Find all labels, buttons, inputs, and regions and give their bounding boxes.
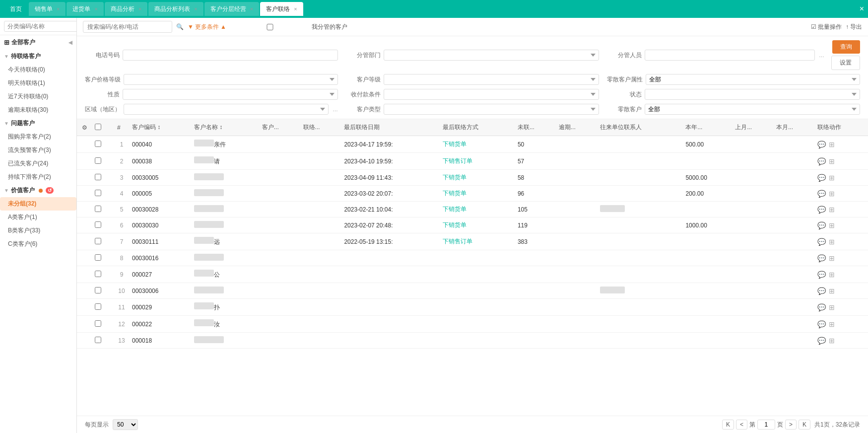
message-action-icon[interactable]: 💬	[817, 174, 826, 182]
tab-product-analysis-list[interactable]: 商品分析列表 ×	[148, 2, 203, 16]
sidebar-item-class-a[interactable]: A类客户(1)	[0, 211, 76, 224]
row-checkbox[interactable]	[92, 186, 114, 202]
select-all-checkbox[interactable]	[95, 124, 101, 130]
last-page-btn[interactable]: K	[799, 420, 810, 430]
sidebar-item-overdue[interactable]: 逾期未联络(30)	[0, 103, 76, 117]
close-icon[interactable]: ×	[194, 6, 197, 12]
filter-select-nature[interactable]	[123, 89, 338, 100]
message-action-icon[interactable]: 💬	[817, 157, 826, 165]
sidebar-item-class-b[interactable]: B类客户(33)	[0, 224, 76, 237]
filter-select-customer-type[interactable]	[384, 104, 599, 115]
row-checkbox-input[interactable]	[95, 141, 101, 147]
row-checkbox[interactable]	[92, 170, 114, 186]
more-action-icon[interactable]: ⊞	[829, 141, 835, 148]
first-page-btn[interactable]: K	[722, 420, 734, 430]
row-last-contact-method[interactable]	[440, 266, 515, 283]
row-last-contact-method[interactable]	[440, 333, 515, 349]
sidebar-item-churned[interactable]: 已流失客户(24)	[0, 157, 76, 170]
type-col-header[interactable]: 客户...	[259, 119, 300, 136]
close-icon[interactable]: ×	[94, 6, 97, 12]
contact-col-header[interactable]: 联络...	[300, 119, 341, 136]
row-last-contact-method[interactable]: 下销货单	[440, 217, 515, 233]
row-last-contact-method[interactable]	[440, 250, 515, 266]
message-action-icon[interactable]: 💬	[817, 287, 826, 295]
message-action-icon[interactable]: 💬	[817, 337, 826, 345]
close-icon[interactable]: ×	[294, 6, 297, 12]
contact-method-link[interactable]: 下销售订单	[443, 157, 472, 164]
more-action-icon[interactable]: ⊞	[829, 221, 835, 229]
my-customers-checkbox-label[interactable]: 我分管的客户	[230, 23, 347, 31]
sidebar-section-value[interactable]: ▼ 价值客户 ↺	[0, 184, 76, 197]
last-contact-method-col-header[interactable]: 最后联络方式	[440, 119, 515, 136]
row-last-contact-method[interactable]: 下销货单	[440, 136, 515, 153]
tab-home[interactable]: 首页	[4, 2, 28, 16]
row-checkbox-input[interactable]	[95, 271, 101, 277]
row-checkbox-input[interactable]	[95, 287, 101, 293]
message-action-icon[interactable]: 💬	[817, 206, 826, 214]
more-action-icon[interactable]: ⊞	[829, 174, 835, 182]
row-checkbox-input[interactable]	[95, 174, 101, 180]
reset-button[interactable]: 设置	[831, 56, 860, 70]
region-more-icon[interactable]: …	[333, 106, 338, 112]
filter-select-price-level[interactable]	[124, 74, 338, 85]
sidebar-item-7days[interactable]: 近7天待联络(0)	[0, 90, 76, 103]
more-action-icon[interactable]: ⊞	[829, 287, 835, 295]
sidebar-item-churn-risk[interactable]: 流失预警客户(3)	[0, 144, 76, 157]
message-action-icon[interactable]: 💬	[817, 238, 826, 246]
contact-method-link[interactable]: 下销货单	[443, 141, 467, 147]
row-checkbox[interactable]	[92, 202, 114, 217]
tab-purchase[interactable]: 进货单 ×	[67, 2, 103, 16]
row-last-contact-method[interactable]: 下销货单	[440, 170, 515, 186]
sidebar-all-customers[interactable]: ⊞ 全部客户 ◀	[0, 35, 76, 50]
window-close-icon[interactable]: ×	[860, 4, 864, 13]
sidebar-item-abnormal[interactable]: 囤购异常客户(2)	[0, 130, 76, 144]
checkbox-col-header[interactable]	[92, 119, 114, 136]
more-action-icon[interactable]: ⊞	[829, 190, 835, 198]
more-action-icon[interactable]: ⊞	[829, 157, 835, 165]
sidebar-section-problem[interactable]: ▼ 问题客户	[0, 117, 76, 130]
row-checkbox-input[interactable]	[95, 320, 101, 327]
row-last-contact-method[interactable]: 下销售订单	[440, 153, 515, 170]
row-last-contact-method[interactable]: 下销售订单	[440, 233, 515, 250]
row-last-contact-method[interactable]: 下销货单	[440, 202, 515, 217]
sidebar-item-declining[interactable]: 持续下滑客户(2)	[0, 170, 76, 184]
overdue-col-header[interactable]: 逾期...	[556, 119, 597, 136]
this-month-col-header[interactable]: 本月...	[773, 119, 814, 136]
more-conditions-btn[interactable]: ▼ 更多条件 ▲	[188, 23, 226, 31]
message-action-icon[interactable]: 💬	[817, 271, 826, 279]
unit-contact-col-header[interactable]: 往来单位联系人	[597, 119, 683, 136]
search-input[interactable]	[83, 21, 172, 33]
export-btn[interactable]: ↑ 导出	[846, 23, 862, 31]
more-action-icon[interactable]: ⊞	[829, 254, 835, 262]
tab-customer-contact[interactable]: 客户联络 ×	[260, 2, 303, 16]
row-checkbox[interactable]	[92, 299, 114, 316]
row-checkbox-input[interactable]	[95, 190, 101, 196]
row-checkbox[interactable]	[92, 233, 114, 250]
row-checkbox-input[interactable]	[95, 157, 101, 164]
row-checkbox-input[interactable]	[95, 254, 101, 261]
name-col-header[interactable]: 客户名称 ↕	[191, 119, 259, 136]
message-action-icon[interactable]: 💬	[817, 190, 826, 198]
row-checkbox[interactable]	[92, 250, 114, 266]
last-contact-date-col-header[interactable]: 最后联络日期	[341, 119, 439, 136]
last-month-col-header[interactable]: 上月...	[732, 119, 773, 136]
contact-method-link[interactable]: 下销货单	[443, 174, 467, 181]
message-action-icon[interactable]: 💬	[817, 141, 826, 148]
batch-ops-btn[interactable]: ☑ 批量操作	[811, 23, 842, 31]
row-checkbox[interactable]	[92, 266, 114, 283]
this-year-col-header[interactable]: 本年...	[682, 119, 732, 136]
filter-select-status[interactable]	[645, 89, 860, 100]
row-checkbox[interactable]	[92, 316, 114, 333]
row-checkbox-input[interactable]	[95, 221, 101, 228]
page-size-select[interactable]: 50 100	[113, 419, 138, 430]
row-checkbox[interactable]	[92, 153, 114, 170]
prev-page-btn[interactable]: <	[736, 420, 747, 430]
message-action-icon[interactable]: 💬	[817, 320, 826, 328]
contact-method-link[interactable]: 下销货单	[443, 190, 467, 197]
contact-method-link[interactable]: 下销货单	[443, 221, 467, 228]
more-action-icon[interactable]: ⊞	[829, 303, 835, 311]
settings-col-header[interactable]: ⚙	[77, 119, 92, 136]
search-button[interactable]: 查询	[832, 40, 860, 54]
row-last-contact-method[interactable]	[440, 283, 515, 299]
no-contact-col-header[interactable]: 未联...	[515, 119, 556, 136]
